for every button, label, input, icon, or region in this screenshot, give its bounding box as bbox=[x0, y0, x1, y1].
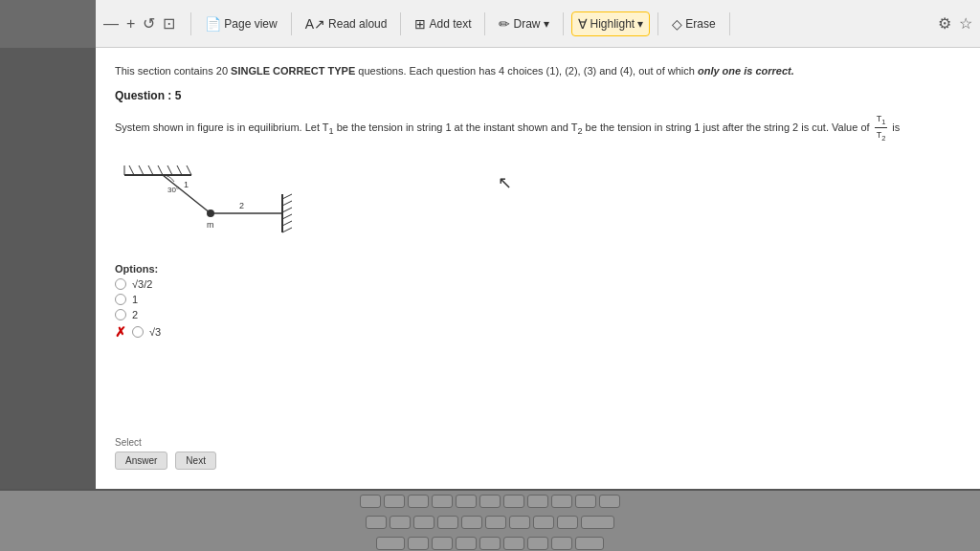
laptop-left-panel bbox=[0, 48, 96, 489]
option-b-label: 1 bbox=[132, 294, 138, 305]
add-text-icon: ⊞ bbox=[414, 16, 426, 32]
option-d-label: √3 bbox=[149, 326, 161, 338]
physics-diagram: 1 m 2 30° bbox=[115, 156, 345, 252]
draw-button[interactable]: ✏ Draw ▾ bbox=[493, 12, 554, 35]
key-q bbox=[360, 495, 381, 508]
share-icon[interactable]: ☆ bbox=[959, 14, 972, 33]
key-p bbox=[575, 495, 596, 508]
draw-icon: ✏ bbox=[499, 16, 510, 32]
undo-button[interactable]: ↺ bbox=[143, 14, 155, 33]
key-i bbox=[527, 495, 548, 508]
navigation-area: Select Answer Next bbox=[115, 437, 216, 470]
svg-line-3 bbox=[139, 165, 144, 175]
add-text-button[interactable]: ⊞ Add text bbox=[409, 12, 477, 35]
svg-line-2 bbox=[129, 165, 134, 175]
svg-line-8 bbox=[187, 165, 191, 175]
option-c[interactable]: 2 bbox=[115, 309, 961, 320]
label-button[interactable]: ⊡ bbox=[163, 14, 175, 33]
option-d-radio[interactable] bbox=[132, 326, 144, 338]
key-k bbox=[533, 516, 554, 529]
window-controls: — + ↺ ⊡ bbox=[103, 14, 175, 33]
page-view-button[interactable]: 📄 Page view bbox=[199, 12, 282, 35]
key-h bbox=[485, 516, 506, 529]
svg-line-16 bbox=[282, 221, 292, 226]
string2-label: 2 bbox=[239, 201, 244, 210]
svg-line-7 bbox=[177, 165, 182, 175]
select-label: Select bbox=[115, 437, 216, 448]
nav-buttons: Answer Next bbox=[115, 452, 216, 470]
wrong-mark: ✗ bbox=[115, 324, 126, 340]
separator-1 bbox=[190, 12, 191, 35]
read-aloud-button[interactable]: A↗ Read aloud bbox=[300, 12, 393, 35]
erase-label: Erase bbox=[685, 17, 715, 31]
svg-line-4 bbox=[148, 165, 153, 175]
key-o bbox=[551, 495, 572, 508]
option-a[interactable]: √3/2 bbox=[115, 278, 961, 290]
options-label: Options: bbox=[115, 263, 961, 275]
key-g bbox=[461, 516, 482, 529]
separator-5 bbox=[563, 12, 564, 35]
key-bk bbox=[599, 495, 620, 508]
answer-button[interactable]: Answer bbox=[115, 452, 167, 470]
svg-line-5 bbox=[158, 165, 163, 175]
content-area: This section contains 20 SINGLE CORRECT … bbox=[96, 48, 980, 489]
option-b-radio[interactable] bbox=[115, 294, 126, 305]
highlight-button[interactable]: ∀ Highlight ▾ bbox=[571, 11, 651, 36]
key-y bbox=[479, 495, 501, 508]
option-a-radio[interactable] bbox=[115, 278, 126, 290]
key-s bbox=[390, 516, 411, 529]
keyboard-row-2 bbox=[0, 512, 980, 533]
key-j bbox=[509, 516, 530, 529]
key-e bbox=[408, 495, 429, 508]
svg-line-14 bbox=[282, 208, 292, 212]
highlight-icon: ∀ bbox=[578, 16, 588, 32]
settings-icon[interactable]: ⚙ bbox=[938, 14, 951, 33]
string1-label: 1 bbox=[184, 180, 189, 189]
key-w bbox=[384, 495, 405, 508]
fraction-t1-t2: T1 T2 bbox=[875, 112, 888, 145]
add-text-label: Add text bbox=[429, 17, 471, 31]
option-a-label: √3/2 bbox=[132, 278, 152, 290]
diagram-svg: 1 m 2 30° bbox=[115, 156, 345, 252]
minimize-button[interactable]: — bbox=[103, 15, 119, 33]
separator-6 bbox=[657, 12, 658, 35]
draw-chevron: ▾ bbox=[544, 17, 549, 31]
option-c-radio[interactable] bbox=[115, 309, 126, 320]
question-text: System shown in figure is in equilibrium… bbox=[115, 112, 961, 145]
highlight-label: Highlight bbox=[590, 17, 635, 31]
key-n bbox=[527, 537, 548, 550]
page-view-icon: 📄 bbox=[205, 16, 221, 32]
key-f bbox=[437, 516, 458, 529]
svg-line-17 bbox=[282, 228, 292, 232]
keyboard-row-1 bbox=[0, 491, 980, 512]
fraction-numerator: T1 bbox=[875, 112, 888, 129]
key-v bbox=[479, 537, 501, 550]
key-r bbox=[432, 495, 453, 508]
highlight-chevron: ▾ bbox=[637, 17, 643, 31]
question-number: Question : 5 bbox=[115, 89, 961, 102]
add-button[interactable]: + bbox=[126, 15, 135, 33]
options-list: √3/2 1 2 ✗ √3 bbox=[115, 278, 961, 340]
key-d bbox=[413, 516, 434, 529]
fraction-denominator: T2 bbox=[875, 128, 888, 144]
key-z bbox=[408, 537, 429, 550]
key-m bbox=[551, 537, 572, 550]
draw-label: Draw bbox=[513, 17, 540, 31]
option-d[interactable]: ✗ √3 bbox=[115, 324, 961, 340]
page-view-label: Page view bbox=[224, 17, 277, 31]
keyboard-row-3 bbox=[0, 533, 980, 551]
read-aloud-label: Read aloud bbox=[328, 17, 387, 31]
read-aloud-icon: A↗ bbox=[305, 16, 325, 32]
erase-icon: ◇ bbox=[672, 16, 682, 32]
key-t bbox=[456, 495, 477, 508]
svg-line-13 bbox=[282, 201, 292, 206]
key-u bbox=[503, 495, 524, 508]
key-l bbox=[557, 516, 578, 529]
option-b[interactable]: 1 bbox=[115, 294, 961, 305]
next-button[interactable]: Next bbox=[175, 452, 216, 470]
svg-line-12 bbox=[282, 194, 292, 199]
section-header: This section contains 20 SINGLE CORRECT … bbox=[115, 63, 961, 79]
key-x bbox=[432, 537, 453, 550]
erase-button[interactable]: ◇ Erase bbox=[666, 12, 721, 35]
separator-4 bbox=[484, 12, 485, 35]
